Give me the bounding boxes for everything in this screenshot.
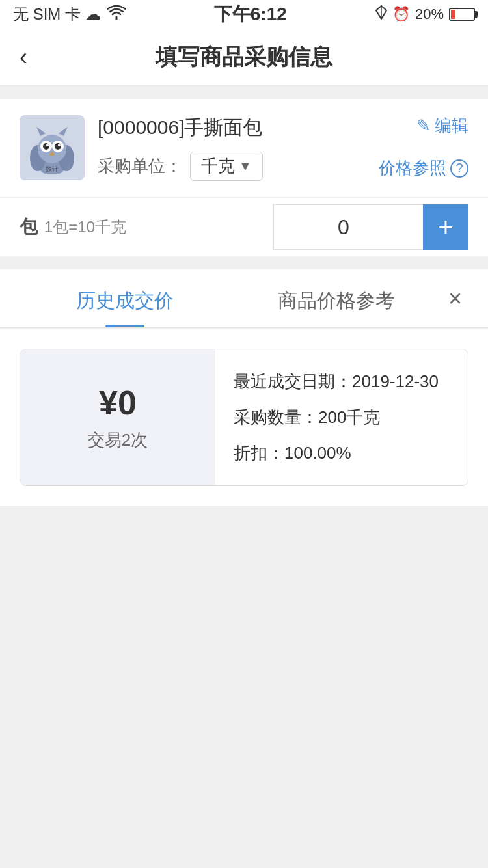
wifi-icon (107, 5, 126, 23)
quantity-plus-button[interactable]: + (423, 204, 468, 250)
nav-bar: ‹ 填写商品采购信息 (0, 29, 488, 86)
product-logo: 数计 (26, 122, 78, 174)
discount-label: 折扣： (234, 443, 284, 463)
status-left: 无 SIM 卡 ☁ (13, 4, 126, 25)
product-name-area: [0000006]手撕面包 采购单位： 千克 ▼ (98, 115, 263, 181)
transaction-count: 交易2次 (88, 429, 148, 452)
quantity-control: + (273, 204, 468, 250)
price-card: ¥0 交易2次 最近成交日期：2019-12-30 采购数量：200千克 折扣：… (20, 349, 468, 486)
svg-text:数计: 数计 (46, 165, 59, 172)
product-info: 数计 [0000006]手撕面包 采购单位： 千克 ▼ (20, 115, 263, 181)
tabs-close-button[interactable]: × (442, 272, 468, 325)
price-amount: ¥0 (99, 383, 137, 422)
product-full-name: [0000006]手撕面包 (98, 115, 263, 141)
price-details: 最近成交日期：2019-12-30 采购数量：200千克 折扣：100.00% (215, 349, 468, 485)
unit-info: 包 1包=10千克 (20, 215, 126, 239)
sim-label: 无 SIM 卡 ☁ (13, 4, 101, 25)
discount-value: 100.00% (284, 443, 351, 463)
price-reference-button[interactable]: 价格参照 ? (379, 157, 468, 180)
svg-point-7 (43, 143, 49, 150)
unit-icon: 包 (20, 215, 38, 239)
price-reference-label: 价格参照 (379, 157, 446, 180)
price-content: ¥0 交易2次 最近成交日期：2019-12-30 采购数量：200千克 折扣：… (0, 329, 488, 506)
battery-percent: 20% (415, 6, 444, 23)
alarm-icon: ⏰ (392, 6, 410, 23)
discount-row: 折扣：100.00% (234, 441, 450, 466)
svg-point-10 (58, 144, 61, 146)
location-icon (375, 5, 387, 23)
quantity-row: 包 1包=10千克 + (0, 198, 488, 256)
svg-marker-13 (59, 127, 68, 136)
quantity-value: 200千克 (318, 407, 380, 427)
product-card: 数计 [0000006]手撕面包 采购单位： 千克 ▼ ✎ 编辑 (0, 99, 488, 197)
quantity-input[interactable] (273, 204, 423, 250)
product-actions: ✎ 编辑 价格参照 ? (379, 115, 468, 180)
edit-button[interactable]: ✎ 编辑 (416, 115, 468, 137)
tab-history-price[interactable]: 历史成交价 (20, 269, 230, 327)
page-title: 填写商品采购信息 (156, 42, 332, 72)
svg-marker-12 (36, 127, 46, 136)
quantity-label: 采购数量： (234, 407, 318, 427)
product-image: 数计 (20, 115, 85, 180)
product-unit-row: 采购单位： 千克 ▼ (98, 152, 263, 181)
quantity-row-detail: 采购数量：200千克 (234, 405, 450, 430)
svg-point-9 (46, 144, 49, 146)
edit-icon: ✎ (416, 116, 431, 136)
help-icon: ? (450, 159, 468, 178)
tab-product-price-ref[interactable]: 商品价格参考 (230, 269, 441, 327)
product-header: 数计 [0000006]手撕面包 采购单位： 千克 ▼ ✎ 编辑 (20, 115, 468, 181)
svg-point-8 (55, 143, 61, 150)
price-summary: ¥0 交易2次 (20, 349, 215, 485)
unit-label: 采购单位： (98, 155, 182, 178)
currency-symbol: ¥ (99, 384, 118, 422)
bottom-space (0, 506, 488, 868)
back-button[interactable]: ‹ (13, 37, 34, 77)
unit-conversion: 1包=10千克 (44, 217, 126, 237)
recent-date-value: 2019-12-30 (352, 372, 439, 391)
recent-date-label: 最近成交日期： (234, 372, 352, 391)
recent-date-row: 最近成交日期：2019-12-30 (234, 369, 450, 394)
status-time: 下午6:12 (214, 2, 287, 27)
price-value: 0 (118, 384, 137, 422)
unit-value: 千克 (201, 155, 235, 178)
status-bar: 无 SIM 卡 ☁ 下午6:12 ⏰ 20% (0, 0, 488, 29)
battery-icon (449, 8, 475, 21)
status-right: ⏰ 20% (375, 5, 475, 23)
unit-select[interactable]: 千克 ▼ (190, 152, 263, 181)
chevron-down-icon: ▼ (239, 159, 252, 174)
tabs-bar: 历史成交价 商品价格参考 × (0, 269, 488, 328)
